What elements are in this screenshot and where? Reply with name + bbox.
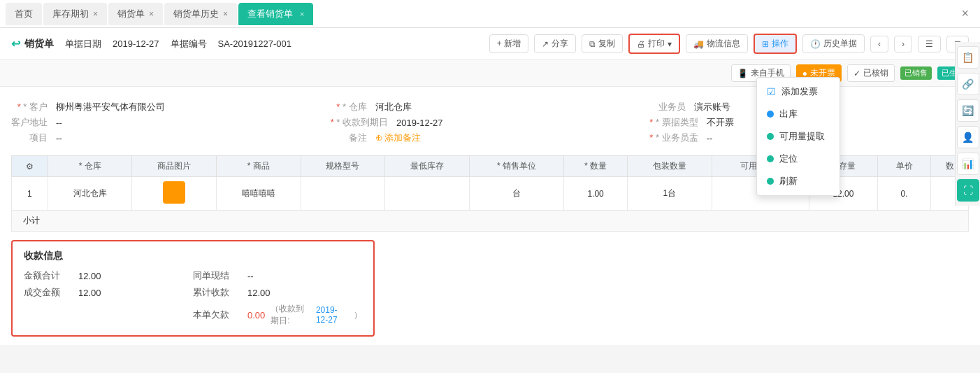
outbound-label: 出库 [779, 108, 798, 120]
table-header-product: * 商品 [217, 156, 301, 177]
doc-title: ↩ 销货单 [11, 37, 54, 50]
customer-field: * 客户 柳州粤港平安气体有限公司 [11, 101, 331, 113]
warehouse-field: * 仓库 河北仓库 [331, 101, 650, 113]
user-icon: 👤 [962, 132, 974, 143]
dropdown-outbound[interactable]: 出库 [757, 103, 840, 125]
logistics-button[interactable]: 🚚 物流信息 [686, 34, 748, 53]
dot-icon-refresh [767, 178, 774, 185]
same-order-settle-item: 同单现结 -- [193, 269, 362, 282]
available-qty-label: 可用量提取 [779, 130, 825, 143]
sidebar-expand-button[interactable]: ⛶ [957, 179, 979, 202]
verify-button[interactable]: ✓ 已核销 [847, 64, 895, 82]
nav-next-button[interactable]: › [894, 36, 912, 52]
staff2-label: * 业务员盂 [649, 132, 703, 144]
customer-value: 柳州粤港平安气体有限公司 [56, 101, 165, 113]
global-close-button[interactable]: × [956, 6, 974, 21]
tab-view-sales[interactable]: 查看销货单 × [238, 3, 313, 25]
print-button[interactable]: 🖨 打印 ▾ [628, 34, 680, 54]
owed-amount-label: 本单欠款 [193, 309, 242, 321]
tab-sales-close[interactable]: × [149, 9, 154, 19]
total-amount-item: 金额合计 12.00 [24, 269, 193, 282]
owed-date-value: 2019-12-27 [316, 305, 348, 325]
sold-badge: 已销售 [900, 66, 932, 80]
row-index: 1 [12, 177, 48, 211]
staff-value: 演示账号 [694, 101, 730, 113]
tab-home[interactable]: 首页 [6, 3, 42, 25]
expand-icon: ⛶ [963, 185, 973, 196]
owed-date-paren: ） [354, 309, 362, 321]
number-value: SA-20191227-001 [218, 38, 292, 49]
check-circle-icon: ✓ [853, 69, 860, 78]
new-button[interactable]: + 新增 [489, 34, 528, 53]
address-label: 客户地址 [11, 116, 53, 129]
table-header-pack-qty: 包装数量 [628, 156, 712, 177]
chart-icon: 📊 [962, 158, 974, 169]
copy-button[interactable]: ⧉ 复制 [582, 34, 623, 53]
sidebar-chart-button[interactable]: 📊 [957, 153, 979, 175]
row-unit: 台 [469, 177, 563, 211]
tab-inventory[interactable]: 库存期初 × [43, 3, 107, 25]
sidebar-user-button[interactable]: 👤 [957, 126, 979, 148]
note-field: 备注 添加备注 [331, 132, 650, 144]
operation-dropdown: ☑ 添加发票 出库 可用量提取 定位 刷新 [756, 77, 840, 196]
print-dropdown-arrow: ▾ [668, 39, 672, 49]
dot-icon-available [767, 133, 774, 140]
tab-view-sales-close[interactable]: × [300, 10, 304, 18]
owed-date-hint: （收款到期日: [271, 303, 310, 327]
payment-date-field: * 收款到期日 2019-12-27 [331, 116, 650, 129]
share-icon: ↗ [542, 39, 549, 49]
subtotal-label: 小计 [12, 211, 969, 232]
view-list-button[interactable]: ☰ [918, 36, 941, 52]
sidebar-refresh-button[interactable]: 🔄 [957, 99, 979, 122]
same-order-settle-value: -- [247, 271, 254, 281]
doc-header: ↩ 销货单 单据日期 2019-12-27 单据编号 SA-20191227-0… [0, 28, 980, 60]
payment-date-value: 2019-12-27 [396, 118, 443, 128]
total-received-label: 累计收款 [193, 286, 242, 299]
add-note-button[interactable]: 添加备注 [375, 132, 421, 144]
payment-box: 收款信息 金额合计 12.00 同单现结 -- 成交金额 12.00 累计收款 … [11, 240, 375, 337]
total-received-value: 12.00 [247, 288, 271, 298]
doc-icon: ↩ [11, 37, 20, 50]
right-sidebar: 📋 🔗 🔄 👤 📊 ⛶ [955, 42, 980, 206]
share-button[interactable]: ↗ 分享 [534, 34, 576, 53]
tab-sales-history-close[interactable]: × [223, 9, 228, 19]
total-amount-label: 金额合计 [24, 269, 73, 282]
tab-sales-label: 销货单 [117, 8, 145, 20]
tab-sales[interactable]: 销货单 × [108, 3, 163, 25]
staff-label: 业务员 [649, 101, 691, 113]
dropdown-locate[interactable]: 定位 [757, 148, 840, 170]
table-header-price: 单价 [878, 156, 931, 177]
doc-meta: 单据日期 2019-12-27 单据编号 SA-20191227-001 [65, 38, 291, 50]
warehouse-value: 河北仓库 [375, 101, 412, 113]
dropdown-available-qty[interactable]: 可用量提取 [757, 125, 840, 148]
address-field: 客户地址 -- [11, 116, 331, 129]
refresh-sidebar-icon: 🔄 [962, 105, 974, 116]
project-value: -- [56, 133, 62, 143]
deal-amount-label: 成交金额 [24, 286, 73, 299]
tab-sales-history[interactable]: 销货单历史 × [164, 3, 237, 25]
nav-prev-button[interactable]: ‹ [870, 36, 888, 52]
total-amount-value: 12.00 [78, 271, 101, 281]
table-header-qty: * 数量 [564, 156, 628, 177]
number-label: 单据编号 [171, 38, 207, 50]
warehouse-label: * 仓库 [331, 101, 373, 113]
phone-icon: 📱 [737, 69, 748, 78]
tab-view-sales-label: 查看销货单 [247, 8, 293, 20]
address-value: -- [56, 118, 62, 128]
project-field: 项目 -- [11, 132, 331, 144]
payment-grid: 金额合计 12.00 同单现结 -- 成交金额 12.00 累计收款 12.00 [24, 269, 362, 327]
history-button[interactable]: 🕐 历史单据 [802, 34, 865, 53]
dropdown-add-invoice[interactable]: ☑ 添加发票 [757, 80, 840, 103]
refresh-label: 刷新 [779, 175, 798, 188]
sidebar-doc-button[interactable]: 📋 [957, 46, 979, 69]
deal-amount-value: 12.00 [78, 288, 101, 298]
tab-inventory-close[interactable]: × [93, 9, 98, 19]
ticket-type-value: 不开票 [707, 116, 734, 129]
sidebar-link-button[interactable]: 🔗 [957, 73, 979, 95]
owed-amount-item: 本单欠款 0.00 （收款到期日: 2019-12-27 ） [193, 303, 362, 327]
deal-amount-item: 成交金额 12.00 [24, 286, 193, 299]
ticket-type-label: * 票据类型 [649, 116, 703, 129]
operation-button[interactable]: ⊞ 操作 [754, 34, 797, 54]
dropdown-refresh[interactable]: 刷新 [757, 170, 840, 192]
total-received-item: 累计收款 12.00 [193, 286, 362, 299]
